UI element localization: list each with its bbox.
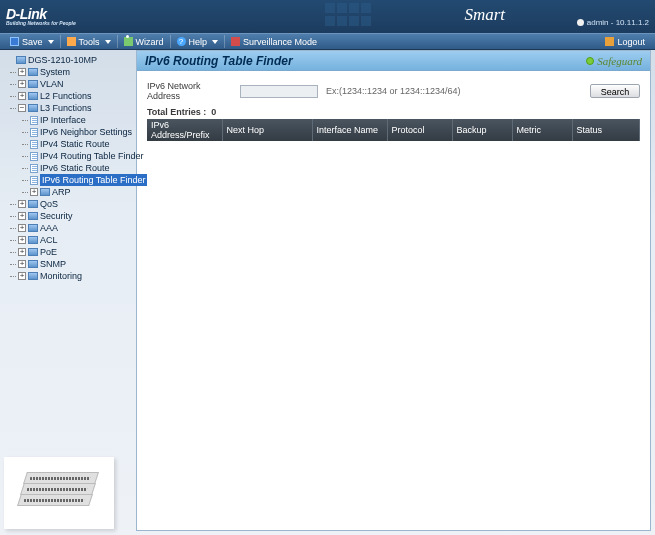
help-label: Help: [189, 37, 208, 47]
folder-icon: [28, 80, 38, 88]
tree-label: IPv6 Neighbor Settings: [40, 126, 132, 138]
tree-qos[interactable]: +QoS: [18, 198, 132, 210]
tree-label: System: [40, 66, 70, 78]
brand-logo: D-Link Building Networks for People: [6, 7, 76, 26]
tree-ipv6-neighbor[interactable]: IPv6 Neighbor Settings: [30, 126, 132, 138]
col-nexthop: Next Hop: [222, 119, 312, 141]
tree-label: ACL: [40, 234, 58, 246]
col-status: Status: [572, 119, 640, 141]
logout-label: Logout: [617, 37, 645, 47]
tools-icon: [67, 37, 76, 46]
series-label: Smart: [464, 5, 505, 25]
tree-vlan[interactable]: +VLAN: [18, 78, 132, 90]
tree-label: IPv6 Static Route: [40, 162, 110, 174]
tree-label: L2 Functions: [40, 90, 92, 102]
safeguard-label: Safeguard: [597, 55, 642, 67]
tree-label: Monitoring: [40, 270, 82, 282]
ipv6-address-input[interactable]: [240, 85, 318, 98]
tree-label: Security: [40, 210, 73, 222]
tree-ipv4-rtf[interactable]: IPv4 Routing Table Finder: [30, 150, 132, 162]
tree-ip-interface[interactable]: IP Interface: [30, 114, 132, 126]
table-header-row: IPv6 Address/Prefix Next Hop Interface N…: [147, 119, 640, 141]
device-image: [4, 457, 114, 529]
tree-label: AAA: [40, 222, 58, 234]
tree-label: L3 Functions: [40, 102, 92, 114]
tree-device-label: DGS-1210-10MP: [28, 54, 97, 66]
tree-label: SNMP: [40, 258, 66, 270]
logout-icon: [605, 37, 614, 46]
folder-icon: [28, 248, 38, 256]
tree-arp[interactable]: +ARP: [30, 186, 132, 198]
logout-button[interactable]: Logout: [599, 34, 651, 49]
total-entries: Total Entries : 0: [147, 107, 640, 117]
folder-icon: [28, 272, 38, 280]
brand-tagline: Building Networks for People: [6, 21, 76, 26]
folder-icon: [28, 224, 38, 232]
wizard-button[interactable]: Wizard: [118, 34, 170, 49]
tree-label: ARP: [52, 186, 71, 198]
save-label: Save: [22, 37, 43, 47]
tools-label: Tools: [79, 37, 100, 47]
tree-security[interactable]: +Security: [18, 210, 132, 222]
safeguard-icon: [586, 57, 594, 65]
total-value: 0: [211, 107, 216, 117]
caret-icon: [212, 40, 218, 44]
tree-label: IP Interface: [40, 114, 86, 126]
wizard-icon: [124, 37, 133, 46]
tree-l3[interactable]: −L3 Functions: [18, 102, 132, 114]
help-icon: ?: [177, 37, 186, 46]
tree-snmp[interactable]: +SNMP: [18, 258, 132, 270]
folder-icon: [16, 56, 26, 64]
help-menu[interactable]: ? Help: [171, 34, 225, 49]
folder-icon: [28, 68, 38, 76]
routing-table: IPv6 Address/Prefix Next Hop Interface N…: [147, 119, 640, 141]
folder-icon: [28, 92, 38, 100]
wizard-label: Wizard: [136, 37, 164, 47]
header-bar: D-Link Building Networks for People Smar…: [0, 0, 655, 33]
tree-label: PoE: [40, 246, 57, 258]
save-icon: [10, 37, 19, 46]
tree-ipv6-static[interactable]: IPv6 Static Route: [30, 162, 132, 174]
panel-title-bar: IPv6 Routing Table Finder Safeguard: [137, 51, 650, 71]
col-backup: Backup: [452, 119, 512, 141]
tree-poe[interactable]: +PoE: [18, 246, 132, 258]
folder-icon: [28, 104, 38, 112]
save-menu[interactable]: Save: [4, 34, 60, 49]
folder-icon: [28, 200, 38, 208]
col-interface: Interface Name: [312, 119, 387, 141]
caret-icon: [48, 40, 54, 44]
switch-icon: [17, 494, 93, 506]
ipv6-address-label: IPv6 Network Address: [147, 81, 232, 101]
surveillance-button[interactable]: Surveillance Mode: [225, 34, 323, 49]
safeguard-badge: Safeguard: [586, 55, 642, 67]
tree-label: IPv4 Static Route: [40, 138, 110, 150]
col-protocol: Protocol: [387, 119, 452, 141]
tree-aaa[interactable]: +AAA: [18, 222, 132, 234]
surveillance-label: Surveillance Mode: [243, 37, 317, 47]
panel-title: IPv6 Routing Table Finder: [145, 54, 293, 68]
user-label: admin - 10.11.1.2: [587, 18, 649, 27]
port-graphic-icon: [325, 3, 435, 29]
search-button[interactable]: Search: [590, 84, 640, 98]
total-label: Total Entries :: [147, 107, 206, 117]
tree-ipv4-static[interactable]: IPv4 Static Route: [30, 138, 132, 150]
col-metric: Metric: [512, 119, 572, 141]
content-panel: IPv6 Routing Table Finder Safeguard IPv6…: [136, 50, 651, 531]
col-address: IPv6 Address/Prefix: [147, 119, 222, 141]
user-info: admin - 10.11.1.2: [577, 18, 649, 27]
tree-ipv6-rtf[interactable]: IPv6 Routing Table Finder: [30, 174, 132, 186]
tree-label: QoS: [40, 198, 58, 210]
page-icon: [30, 116, 38, 125]
tree-acl[interactable]: +ACL: [18, 234, 132, 246]
page-icon: [30, 152, 38, 161]
tree-device[interactable]: DGS-1210-10MP: [6, 54, 132, 66]
nav-tree: DGS-1210-10MP +System +VLAN +L2 Function…: [4, 50, 132, 531]
folder-icon: [28, 236, 38, 244]
tree-monitoring[interactable]: +Monitoring: [18, 270, 132, 282]
page-icon: [30, 128, 38, 137]
tools-menu[interactable]: Tools: [61, 34, 117, 49]
tree-label: VLAN: [40, 78, 64, 90]
tree-l2[interactable]: +L2 Functions: [18, 90, 132, 102]
header-graphic: Smart: [325, 0, 505, 33]
tree-system[interactable]: +System: [18, 66, 132, 78]
